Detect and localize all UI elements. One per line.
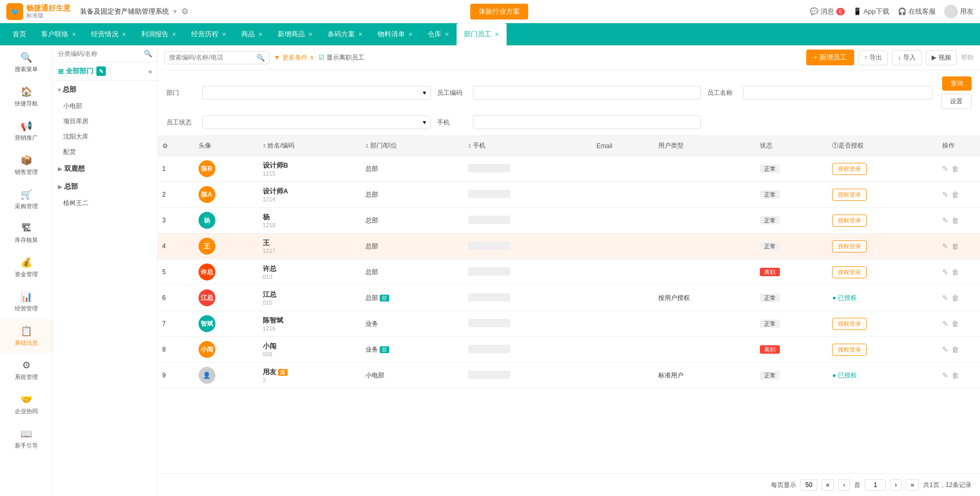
- first-page-btn[interactable]: «: [821, 479, 835, 491]
- online-service-action[interactable]: 🎧 在线客服: [898, 7, 936, 16]
- add-employee-button[interactable]: + 新增员工: [806, 50, 854, 65]
- video-button[interactable]: ▶ 视频: [926, 50, 957, 65]
- empcode-filter-input[interactable]: [473, 86, 701, 100]
- delete-button[interactable]: 🗑: [952, 268, 959, 276]
- nav-item-商品[interactable]: 商品✕: [234, 23, 270, 45]
- dept-item-peihuo[interactable]: 配货: [53, 144, 157, 160]
- nav-item-部门员工[interactable]: 部门员工✕: [457, 23, 507, 45]
- left-nav-item-finance[interactable]: 💰资金管理: [0, 250, 52, 285]
- edit-button[interactable]: ✎: [942, 371, 948, 380]
- system-title-dropdown[interactable]: ▾: [173, 7, 177, 15]
- edit-button[interactable]: ✎: [942, 190, 948, 199]
- dept-group-zonbu2[interactable]: ▶ 总部: [53, 178, 157, 196]
- edit-button[interactable]: ✎: [942, 164, 948, 173]
- auth-button[interactable]: 授权登录: [832, 240, 867, 252]
- all-dept-heading[interactable]: ⊞ 全部部门 ✎ «: [53, 62, 157, 81]
- left-nav-item-marketing[interactable]: 📢营销推广: [0, 114, 52, 148]
- dept-item-xiangmukufang[interactable]: 项目库房: [53, 114, 157, 129]
- edit-dept-icon[interactable]: ✎: [96, 66, 106, 76]
- next-page-btn[interactable]: ›: [890, 479, 902, 491]
- dept-search-input[interactable]: [58, 50, 144, 57]
- nav-item-利润报告[interactable]: 利润报告✕: [134, 23, 184, 45]
- reset-button[interactable]: 设置: [941, 94, 972, 109]
- col-settings[interactable]: ⚙: [158, 136, 194, 156]
- user-area[interactable]: 用友: [944, 5, 974, 18]
- nav-close-icon[interactable]: ✕: [494, 31, 499, 38]
- nav-close-icon[interactable]: ✕: [72, 31, 76, 38]
- edit-button[interactable]: ✎: [942, 216, 948, 225]
- export-button[interactable]: ↑ 导出: [858, 50, 888, 65]
- prev-page-btn[interactable]: ‹: [838, 479, 850, 491]
- nav-item-物料清单[interactable]: 物料清单✕: [370, 23, 420, 45]
- delete-button[interactable]: 🗑: [952, 319, 959, 328]
- left-nav-item-inventory[interactable]: 🏗库存核算: [0, 217, 52, 250]
- edit-button[interactable]: ✎: [942, 345, 948, 354]
- delete-button[interactable]: 🗑: [952, 294, 959, 302]
- sidebar-collapse-btn[interactable]: «: [149, 67, 152, 75]
- delete-button[interactable]: 🗑: [952, 164, 959, 173]
- edit-button[interactable]: ✎: [942, 268, 948, 276]
- per-page-select[interactable]: 50: [800, 479, 817, 491]
- left-nav-item-basic[interactable]: 📋基础信息: [0, 319, 52, 353]
- dept-group-shuanglu[interactable]: ▶ 双鹿想: [53, 160, 157, 178]
- col-name[interactable]: ↕ 姓名/编码: [259, 136, 361, 156]
- edit-button[interactable]: ✎: [942, 319, 948, 328]
- left-nav-item-search[interactable]: 🔍搜索菜单: [0, 45, 52, 80]
- dept-item-shenyang[interactable]: 沈阳大库: [53, 129, 157, 144]
- nav-close-icon[interactable]: ✕: [222, 31, 226, 38]
- edit-button[interactable]: ✎: [942, 242, 948, 250]
- left-nav-item-sales[interactable]: 📦销售管理: [0, 148, 52, 182]
- show-resigned-checkbox[interactable]: ☑: [319, 54, 324, 61]
- search-icon[interactable]: 🔍: [256, 54, 265, 62]
- nav-item-客户联络[interactable]: 客户联络✕: [34, 23, 84, 45]
- left-nav-item-collab[interactable]: 🤝企业协同: [0, 387, 52, 422]
- search-input[interactable]: [169, 54, 256, 61]
- delete-button[interactable]: 🗑: [952, 371, 959, 380]
- auth-button[interactable]: 授权登录: [832, 318, 867, 330]
- nav-close-icon[interactable]: ✕: [172, 31, 176, 38]
- nav-item-条码方案[interactable]: 条码方案✕: [320, 23, 370, 45]
- app-download-action[interactable]: 📱 App下载: [853, 7, 889, 16]
- nav-item-经营历程[interactable]: 经营历程✕: [184, 23, 234, 45]
- help-label[interactable]: 帮助: [961, 53, 974, 62]
- nav-close-icon[interactable]: ✕: [258, 31, 263, 38]
- dept-search-icon[interactable]: 🔍: [144, 50, 152, 57]
- query-button[interactable]: 查询: [942, 76, 972, 91]
- delete-button[interactable]: 🗑: [952, 190, 959, 199]
- nav-close-icon[interactable]: ✕: [358, 31, 363, 38]
- edit-button[interactable]: ✎: [942, 294, 948, 302]
- left-nav-item-purchase[interactable]: 🛒采购管理: [0, 182, 52, 217]
- nav-item-首页[interactable]: 首页: [5, 23, 34, 45]
- dept-item-zhishu[interactable]: 植树王二: [53, 196, 157, 211]
- status-filter-select[interactable]: ▾: [202, 115, 431, 129]
- dept-item-xiaodibu[interactable]: 小电部: [53, 99, 157, 114]
- empname-filter-input[interactable]: [743, 86, 933, 100]
- left-nav-item-operations[interactable]: 📊经营管理: [0, 285, 52, 319]
- left-nav-item-system[interactable]: ⚙系统管理: [0, 353, 52, 387]
- left-nav-item-guide[interactable]: 📖新手引导: [0, 422, 52, 456]
- message-action[interactable]: 💬 消息 6: [810, 7, 845, 16]
- nav-close-icon[interactable]: ✕: [444, 31, 449, 38]
- left-nav-item-quick[interactable]: 🏠快捷导航: [0, 80, 52, 114]
- nav-close-icon[interactable]: ✕: [408, 31, 413, 38]
- nav-close-icon[interactable]: ✕: [308, 31, 313, 38]
- col-dept[interactable]: ↕ 部门/职位: [361, 136, 464, 156]
- auth-button[interactable]: 授权登录: [832, 215, 867, 227]
- auth-button[interactable]: 授权登录: [832, 266, 867, 278]
- more-filter-btn[interactable]: ▼ 更多条件 ∧: [274, 53, 314, 62]
- delete-button[interactable]: 🗑: [952, 216, 959, 225]
- show-resigned-toggle[interactable]: ☑ 显示离职员工: [319, 53, 364, 62]
- delete-button[interactable]: 🗑: [952, 242, 959, 250]
- page-input[interactable]: [865, 479, 886, 491]
- nav-item-新增商品[interactable]: 新增商品✕: [270, 23, 320, 45]
- col-phone[interactable]: ↕ 手机: [464, 136, 592, 156]
- nav-item-经营情况[interactable]: 经营情况✕: [84, 23, 134, 45]
- nav-close-icon[interactable]: ✕: [122, 31, 126, 38]
- auth-button[interactable]: 授权登录: [832, 163, 867, 175]
- delete-button[interactable]: 🗑: [952, 345, 959, 354]
- settings-icon[interactable]: ⚙: [181, 6, 189, 16]
- dept-filter-select[interactable]: ▾: [202, 86, 431, 100]
- import-button[interactable]: ↓ 导入: [892, 50, 922, 65]
- last-page-btn[interactable]: »: [906, 479, 919, 491]
- auth-button[interactable]: 授权登录: [832, 344, 867, 356]
